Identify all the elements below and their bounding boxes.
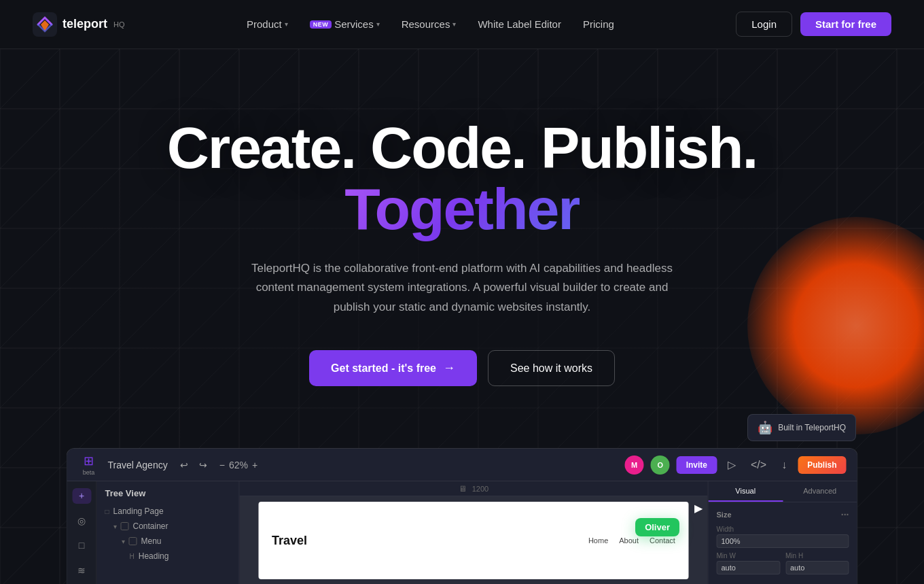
editor-preview: ⊞ beta Travel Agency ↩ ↪ − 62% + M O Inv… [67, 448, 858, 584]
width-value[interactable]: 100% [717, 534, 849, 548]
tree-item-menu[interactable]: ▾ Menu [97, 534, 239, 549]
see-how-label: See how it works [510, 362, 592, 375]
nav-actions: Login Start for free [736, 12, 891, 37]
editor-toolbar: ⊞ beta Travel Agency ↩ ↪ − 62% + M O Inv… [67, 449, 857, 481]
nav-resources-label: Resources [402, 18, 450, 30]
beta-icon: ⊞ beta [78, 454, 100, 476]
start-for-free-button[interactable]: Start for free [800, 12, 891, 36]
logo-hq: HQ [113, 20, 125, 29]
hero-title: Create. Code. Publish. Together [167, 117, 758, 240]
undo-button[interactable]: ↩ [176, 457, 192, 473]
tree-view: Tree View □ Landing Page ▾ Container ▾ M… [97, 481, 240, 584]
see-how-button[interactable]: See how it works [488, 350, 615, 386]
new-badge: New [310, 20, 332, 29]
redo-button[interactable]: ↪ [195, 457, 211, 473]
tree-menu-label: Menu [141, 536, 162, 546]
min-w-value[interactable]: auto [717, 561, 781, 574]
right-panel-body: Size ··· Width 100% Min W auto [709, 502, 857, 584]
min-h-label: Min H [785, 552, 849, 560]
editor-sidebar-icons: + ◎ □ ≋ [67, 481, 97, 584]
tab-advanced[interactable]: Advanced [783, 481, 857, 502]
project-name[interactable]: Travel Agency [108, 460, 168, 470]
canvas-nav-links: Home About Contact [588, 536, 675, 545]
add-element-icon[interactable]: + [72, 488, 91, 504]
tree-container-label: Container [133, 521, 168, 531]
width-label: Width [717, 526, 849, 533]
tree-landing-label: Landing Page [113, 506, 164, 516]
navbar: teleportHQ Product ▾ New Services ▾ Reso… [0, 0, 924, 49]
size-width-row: Width 100% [717, 526, 849, 548]
editor-body: + ◎ □ ≋ Tree View □ Landing Page ▾ Conta… [67, 481, 857, 584]
download-button[interactable]: ↓ [777, 456, 791, 474]
min-w-field: Min W auto [717, 552, 781, 574]
chevron-down-icon: ▾ [376, 20, 380, 28]
tree-view-header: Tree View [97, 488, 239, 504]
logo[interactable]: teleportHQ [33, 12, 125, 37]
oliver-tooltip: Oliver [635, 518, 679, 536]
nav-item-product[interactable]: Product ▾ [237, 13, 298, 35]
code-button[interactable]: </> [747, 456, 770, 474]
play-button[interactable]: ▷ [724, 456, 740, 474]
canvas-nav-about: About [619, 536, 639, 545]
collapse-icon: ▾ [113, 523, 117, 530]
collapse-icon-menu: ▾ [122, 538, 125, 545]
page-icon: □ [105, 508, 109, 515]
tree-item-landing-page[interactable]: □ Landing Page [97, 504, 239, 519]
get-started-button[interactable]: Get started - it's free → [309, 350, 477, 386]
get-started-label: Get started - it's free [331, 362, 436, 375]
nav-whitelabel-label: White Label Editor [478, 18, 561, 30]
nav-item-whitelabel[interactable]: White Label Editor [468, 13, 571, 35]
heading-icon: H [130, 553, 135, 560]
zoom-in-button[interactable]: + [252, 460, 257, 470]
canvas-ruler: 🖥 1200 [240, 481, 708, 496]
more-options-icon[interactable]: ··· [841, 509, 849, 520]
nav-item-resources[interactable]: Resources ▾ [392, 13, 466, 35]
canvas-width: 1200 [472, 485, 488, 493]
container-checkbox [121, 522, 129, 530]
hero-description: TeleportHQ is the collaborative front-en… [245, 259, 679, 318]
size-label: Size [717, 511, 732, 519]
zoom-control: − 62% + [219, 460, 257, 470]
teleport-badge-icon: 🤖 [758, 420, 772, 435]
squares-icon: ⊞ [84, 453, 94, 468]
tab-visual[interactable]: Visual [709, 481, 783, 502]
min-h-value[interactable]: auto [785, 561, 849, 574]
built-badge-text: Built in TeleportHQ [778, 423, 846, 432]
arrow-icon: → [443, 361, 455, 375]
canvas-travel-text: Travel [272, 534, 307, 548]
nav-product-label: Product [247, 18, 282, 30]
zoom-out-button[interactable]: − [219, 460, 225, 470]
width-field: Width 100% [717, 526, 849, 548]
nav-pricing-label: Pricing [583, 18, 614, 30]
canvas-content: Travel Home About Contact ▶ [258, 502, 689, 579]
avatar-o: O [651, 456, 670, 475]
logo-text: teleport [63, 17, 107, 31]
tree-item-container[interactable]: ▾ Container [97, 519, 239, 534]
built-badge: 🤖 Built in TeleportHQ [747, 414, 856, 441]
right-panel-tabs: Visual Advanced [709, 481, 857, 502]
editor-right-panel: Visual Advanced Size ··· Width 100% [708, 481, 857, 584]
invite-button[interactable]: Invite [677, 456, 717, 474]
tree-heading-label: Heading [139, 551, 169, 561]
editor-toolbar-right: M O Invite ▷ </> ↓ Publish [625, 456, 847, 475]
size-section-title: Size ··· [717, 509, 849, 520]
cursor-icon[interactable]: ◎ [72, 513, 91, 529]
chevron-down-icon: ▾ [452, 20, 456, 28]
canvas-nav-contact: Contact [650, 536, 675, 545]
min-h-field: Min H auto [785, 552, 849, 574]
min-w-label: Min W [717, 552, 781, 560]
canvas-nav-home: Home [588, 536, 608, 545]
login-button[interactable]: Login [736, 12, 792, 37]
chevron-down-icon: ▾ [285, 20, 288, 28]
nav-item-services[interactable]: New Services ▾ [300, 13, 389, 35]
main-content: Create. Code. Publish. Together Teleport… [0, 49, 924, 584]
pages-icon[interactable]: □ [72, 538, 91, 553]
hero-title-line2: Together [344, 176, 580, 241]
tree-item-heading[interactable]: H Heading [97, 549, 239, 564]
nav-item-pricing[interactable]: Pricing [573, 13, 624, 35]
beta-label: beta [83, 469, 95, 476]
publish-button[interactable]: Publish [798, 456, 846, 474]
hero-title-line1: Create. Code. Publish. [167, 115, 758, 180]
assets-icon[interactable]: ≋ [72, 563, 91, 579]
hero-section: Create. Code. Publish. Together Teleport… [0, 49, 924, 386]
